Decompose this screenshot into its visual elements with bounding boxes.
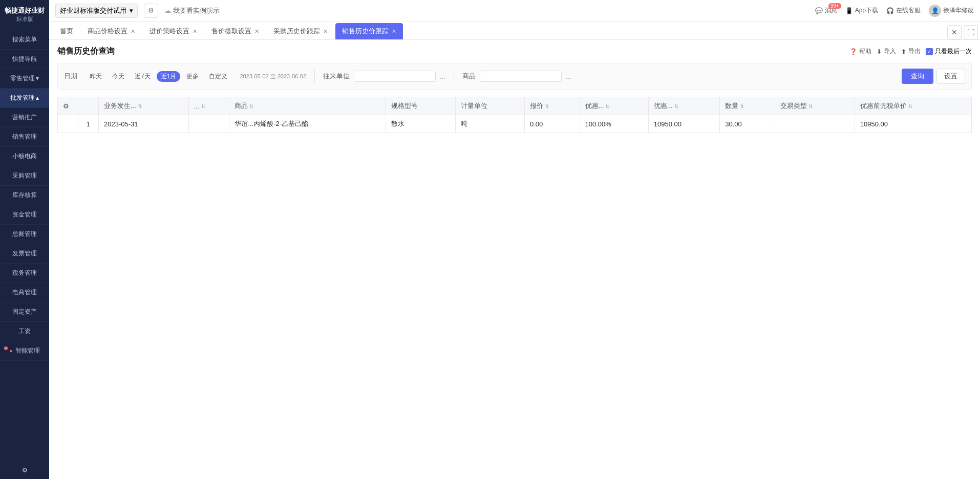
date-btn-yesterday[interactable]: 昨天 [86,71,106,82]
topbar-settings-button[interactable]: ⚙ [144,4,158,18]
tab-purchase-history[interactable]: 采购历史价跟踪 ✕ [267,23,334,39]
th-gear[interactable]: ⚙ [58,97,78,115]
sidebar-item-payroll[interactable]: 工资 [0,322,49,341]
close-icon[interactable]: ✕ [254,28,259,35]
main-area: 好业财标准版交付试用 ▾ ⚙ ☁ 我要看实例演示 💬 消息 99+ 📱 App下… [49,0,980,479]
settings-button[interactable]: 设置 [936,69,965,84]
th-quantity-label: 数量 [725,101,738,111]
customer-search-dots[interactable]: ... [440,73,445,80]
filter-row: 日期 昨天 今天 近7天 近1月 更多 自定义 2023-05-02 至 202… [57,63,972,90]
tab-home[interactable]: 首页 [53,23,80,39]
th-product[interactable]: 商品 ⇅ [229,97,386,115]
th-spec: 规格型号 [386,97,455,115]
sidebar-item-search[interactable]: 搜索菜单 [0,30,49,50]
date-btn-custom[interactable]: 自定义 [205,71,231,82]
import-icon: ⬇ [877,48,882,55]
sidebar-item-assets[interactable]: 固定资产 [0,302,49,322]
th-discount-rate-label: 优惠... [585,101,604,111]
customer-input[interactable] [354,71,436,82]
tab-selector[interactable]: 好业财标准版交付试用 ▾ [55,4,138,18]
sidebar-item-ecommerce[interactable]: 电商管理 [0,283,49,302]
sidebar-item-ecommerce-small[interactable]: 小畅电商 [0,147,49,166]
tab-label: 售价提取设置 [211,27,251,36]
tab-label: 采购历史价跟踪 [273,27,320,36]
sidebar-item-label: 销售管理 [12,133,37,140]
sort-icon: ⇅ [545,103,549,109]
date-btn-last1month[interactable]: 近1月 [157,71,181,82]
gear-icon: ⚙ [148,7,154,14]
app-download-button[interactable]: 📱 App下载 [845,6,878,15]
sidebar: 畅捷通好业财 标准版 搜索菜单 快捷导航 零售管理 ▾ 批发管理 ▴ 营销推广 … [0,0,49,479]
avatar: 👤 [929,5,941,17]
close-icon[interactable]: ✕ [193,28,197,35]
sidebar-item-invoice[interactable]: 发票管理 [0,244,49,264]
sidebar-item-marketing[interactable]: 营销推广 [0,108,49,127]
row-date: 2023-05-31 [99,115,189,133]
logo-sub: 标准版 [4,15,45,23]
demo-link[interactable]: ☁ 我要看实例演示 [164,6,220,15]
sidebar-item-label: 智能管理 [15,347,40,354]
tab-sale-extract[interactable]: 售价提取设置 ✕ [205,23,266,39]
th-price[interactable]: 报价 ⇅ [524,97,580,115]
export-button[interactable]: ⬆ 导出 [901,47,921,56]
th-more[interactable]: ... ⇅ [188,97,229,115]
sidebar-item-wholesale[interactable]: 批发管理 ▴ [0,89,49,108]
sidebar-item-label: 零售管理 [10,74,35,83]
close-icon[interactable]: ✕ [392,28,396,35]
customer-service-button[interactable]: 🎧 在线客服 [886,6,921,15]
product-input[interactable] [480,71,562,82]
sidebar-item-quicknav[interactable]: 快捷导航 [0,50,49,69]
headset-icon: 🎧 [886,7,894,14]
message-button[interactable]: 💬 消息 99+ [815,6,837,15]
th-trade-type[interactable]: 交易类型 ⇅ [775,97,855,115]
sidebar-item-label: 库存核算 [12,191,37,199]
user-menu[interactable]: 👤 徐泽华修改 [929,5,974,17]
import-button[interactable]: ⬇ 导入 [877,47,896,56]
tab-sale-history[interactable]: 销售历史价跟踪 ✕ [335,23,403,39]
close-icon[interactable]: ✕ [131,28,135,35]
date-btn-today[interactable]: 今天 [108,71,129,82]
th-discount-price[interactable]: 优惠... ⇅ [648,97,720,115]
table-container: ⚙ 业务发生... ⇅ ... [57,97,972,133]
th-pretax-price[interactable]: 优惠前无税单价 ⇅ [855,97,971,115]
sidebar-item-smart[interactable]: ● 智能管理 [0,341,49,361]
row-product: 华谊...丙烯酸-2-乙基己酯 [229,115,386,133]
sidebar-item-ledger[interactable]: 总账管理 [0,225,49,244]
row-pretax-price: 10950.00 [855,115,971,133]
sidebar-item-retail[interactable]: 零售管理 ▾ [0,69,49,89]
sidebar-item-tax[interactable]: 税务管理 [0,264,49,283]
sidebar-item-inventory[interactable]: 库存核算 [0,186,49,205]
tab-price[interactable]: 商品价格设置 ✕ [81,23,142,39]
export-icon: ⬆ [901,48,906,55]
import-label: 导入 [884,47,896,56]
only-last-checkbox[interactable]: ✓ 只看最后一次 [926,47,972,56]
date-filter-label: 日期 [64,72,77,81]
close-icon[interactable]: ✕ [323,28,328,35]
help-button[interactable]: ❓ 帮助 [849,47,871,56]
chevron-down-icon: ▾ [36,75,39,82]
th-date[interactable]: 业务发生... ⇅ [99,97,189,115]
tab-purchase-strategy[interactable]: 进价策略设置 ✕ [143,23,204,39]
maximize-button[interactable]: ⛶ [964,25,978,39]
th-price-label: 报价 [530,101,543,111]
sort-icon: ⇅ [201,103,205,109]
sidebar-item-finance[interactable]: 资金管理 [0,205,49,225]
message-badge: 99+ [828,3,841,9]
sidebar-bottom-settings[interactable]: ⚙ [0,462,49,479]
th-quantity[interactable]: 数量 ⇅ [720,97,775,115]
sidebar-item-label: 快捷导航 [12,55,37,62]
sidebar-item-sales[interactable]: 销售管理 [0,127,49,147]
th-discount-rate[interactable]: 优惠... ⇅ [580,97,648,115]
page-actions: ❓ 帮助 ⬇ 导入 ⬆ 导出 ✓ 只看最后一次 [849,47,972,56]
row-discount-rate: 100.00% [580,115,648,133]
query-button[interactable]: 查询 [902,69,933,84]
close-tab-button[interactable]: ✕ [947,25,962,39]
date-btn-more[interactable]: 更多 [182,71,203,82]
date-btn-last7[interactable]: 近7天 [131,71,155,82]
customer-label: 往来单位 [323,72,350,81]
product-search-dots[interactable]: ... [566,73,571,80]
divider2 [454,70,454,82]
demo-label: 我要看实例演示 [173,6,220,15]
tab-label: 商品价格设置 [88,27,127,36]
sidebar-item-purchase[interactable]: 采购管理 [0,166,49,186]
